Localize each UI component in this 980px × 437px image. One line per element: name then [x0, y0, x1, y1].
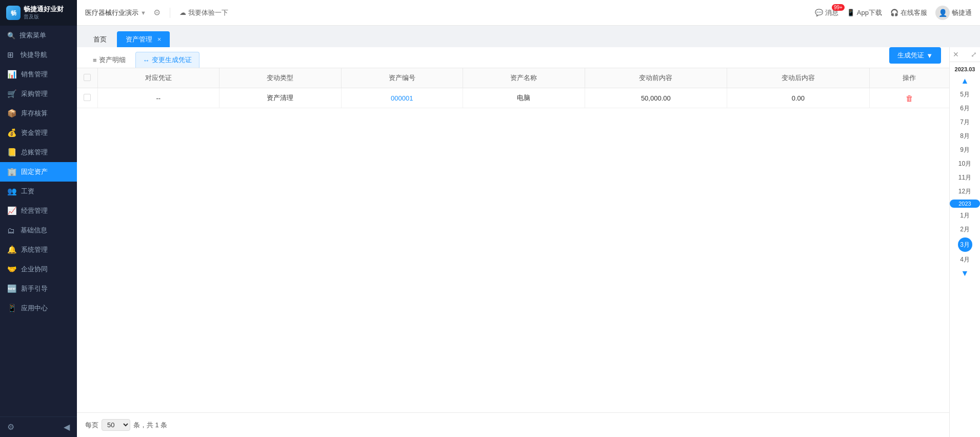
col-voucher: 对应凭证 — [97, 68, 219, 88]
topbar-divider — [170, 8, 170, 18]
app-download-button[interactable]: 📱 App下载 — [847, 8, 882, 17]
sidebar-item-payroll[interactable]: 👥 工资 — [0, 182, 77, 201]
right-panel-header: ✕ ⤢ — [950, 47, 980, 62]
month-item-3-active[interactable]: 3月 — [958, 237, 972, 252]
sidebar-item-purchase[interactable]: 🛒 采购管理 — [0, 84, 77, 104]
user-avatar: 👤 — [935, 6, 950, 20]
month-item-1[interactable]: 1月 — [950, 209, 980, 223]
guide-icon: 🆕 — [7, 284, 17, 293]
logo-icon: 畅 — [6, 6, 21, 20]
topbar: 医疗器械行业演示 ▼ ⚙ ☁ 我要体验一下 💬 消息 99+ 📱 App下载 🎧… — [77, 0, 980, 26]
col-asset-code: 资产编号 — [341, 68, 463, 88]
gen-btn-arrow-icon: ▼ — [926, 52, 933, 59]
month-item-7[interactable]: 7月 — [950, 115, 980, 129]
app-download-label: App下载 — [857, 8, 882, 17]
sidebar-item-system[interactable]: 🔔 系统管理 — [0, 240, 77, 260]
sales-icon: 📊 — [7, 70, 17, 79]
month-item-12[interactable]: 12月 — [950, 185, 980, 198]
per-page-label: 每页 — [85, 421, 98, 430]
tab-home[interactable]: 首页 — [85, 32, 115, 47]
sidebar-label-finance: 资金管理 — [21, 128, 48, 137]
table-header-checkbox[interactable] — [77, 68, 97, 88]
inner-page: ≡ 资产明细 ↔ 变更生成凭证 生成凭证 ▼ — [77, 47, 980, 437]
table-row: -- 资产清理 000001 电脑 50,000.00 0.00 🗑 — [77, 88, 949, 108]
main-area: 医疗器械行业演示 ▼ ⚙ ☁ 我要体验一下 💬 消息 99+ 📱 App下载 🎧… — [77, 0, 980, 437]
user-label: 畅捷通 — [952, 8, 972, 17]
sidebar-item-operations[interactable]: 📈 经营管理 — [0, 201, 77, 221]
cell-change-type: 资产清理 — [219, 88, 342, 108]
sidebar-item-sales[interactable]: 📊 销售管理 — [0, 65, 77, 84]
month-item-4[interactable]: 4月 — [950, 253, 980, 267]
cell-voucher: -- — [97, 88, 219, 108]
sidebar-label-payroll: 工资 — [21, 187, 34, 196]
sidebar-item-guide[interactable]: 🆕 新手引导 — [0, 279, 77, 299]
messages-badge: 99+ — [832, 4, 845, 11]
search-menu-label: 搜索菜单 — [19, 31, 46, 40]
col-change-type: 变动类型 — [219, 68, 342, 88]
row-checkbox-cell[interactable] — [77, 88, 97, 108]
inventory-icon: 📦 — [7, 109, 17, 118]
panel-up-icon[interactable]: ▲ — [950, 74, 980, 88]
logo-sub: 普及版 — [24, 13, 64, 21]
month-item-10[interactable]: 10月 — [950, 157, 980, 171]
app-center-icon: 📱 — [7, 304, 17, 313]
sidebar-label-inventory: 库存核算 — [21, 109, 48, 118]
col-asset-name: 资产名称 — [463, 68, 585, 88]
month-item-9[interactable]: 9月 — [950, 143, 980, 157]
panel-close-icon[interactable]: ✕ — [953, 50, 959, 58]
online-service-button[interactable]: 🎧 在线客服 — [890, 8, 927, 17]
asset-table: 对应凭证 变动类型 资产编号 资产名称 变动前内容 变动后内容 操作 — [77, 68, 949, 108]
month-item-6[interactable]: 6月 — [950, 102, 980, 115]
pagination: 每页 10 20 50 100 条，共 1 条 — [77, 412, 949, 437]
topbar-right: 💬 消息 99+ 📱 App下载 🎧 在线客服 👤 畅捷通 — [815, 6, 972, 20]
sidebar-label-enterprise: 企业协同 — [21, 265, 48, 274]
month-item-11[interactable]: 11月 — [950, 171, 980, 185]
user-menu[interactable]: 👤 畅捷通 — [935, 6, 972, 20]
sidebar-item-inventory[interactable]: 📦 库存核算 — [0, 104, 77, 123]
sub-tab-asset-detail[interactable]: ≡ 资产明细 — [85, 52, 133, 68]
company-selector[interactable]: 医疗器械行业演示 ▼ — [85, 8, 146, 17]
row-checkbox[interactable] — [84, 94, 91, 101]
per-page-select[interactable]: 10 20 50 100 — [102, 419, 130, 431]
sidebar-search[interactable]: 🔍 搜索菜单 — [0, 26, 77, 45]
system-icon: 🔔 — [7, 245, 17, 254]
cell-op[interactable]: 🗑 — [869, 88, 949, 108]
page-tabs: 首页 资产管理 × — [77, 26, 980, 47]
panel-down-icon[interactable]: ▼ — [950, 267, 980, 280]
sidebar-item-quick-nav[interactable]: ⊞ 快捷导航 — [0, 45, 77, 65]
sidebar-item-fixed-assets[interactable]: 🏢 固定资产 — [0, 162, 77, 182]
month-item-5[interactable]: 5月 — [950, 88, 980, 102]
generate-voucher-button[interactable]: 生成凭证 ▼ — [889, 47, 941, 64]
cell-before: 50,000.00 — [585, 88, 727, 108]
sidebar-item-finance[interactable]: 💰 资金管理 — [0, 123, 77, 143]
sidebar-item-ledger[interactable]: 📒 总账管理 — [0, 143, 77, 162]
collapse-icon[interactable]: ◀ — [64, 422, 70, 432]
messages-icon: 💬 — [815, 9, 823, 16]
tab-close-icon[interactable]: × — [157, 35, 162, 43]
sidebar-item-enterprise[interactable]: 🤝 企业协同 — [0, 260, 77, 279]
sidebar-bottom: ⚙ ◀ — [0, 416, 77, 437]
delete-row-icon[interactable]: 🗑 — [906, 94, 913, 103]
change-voucher-icon: ↔ — [143, 56, 150, 64]
month-item-2[interactable]: 2月 — [950, 223, 980, 236]
sidebar-item-app-center[interactable]: 📱 应用中心 — [0, 299, 77, 318]
sidebar-label-basic-info: 基础信息 — [21, 226, 47, 235]
current-period-label: 2023.03 — [950, 64, 980, 74]
select-all-checkbox[interactable] — [84, 74, 91, 81]
sidebar-label-ledger: 总账管理 — [21, 148, 48, 157]
year-2023-badge: 2023 — [950, 200, 980, 208]
try-button[interactable]: ☁ 我要体验一下 — [179, 8, 228, 17]
purchase-icon: 🛒 — [7, 89, 17, 98]
sidebar-item-basic-info[interactable]: 🗂 基础信息 — [0, 221, 77, 240]
cell-asset-code: 000001 — [341, 88, 463, 108]
sub-tab-change-voucher[interactable]: ↔ 变更生成凭证 — [135, 52, 199, 68]
tab-asset-management[interactable]: 资产管理 × — [117, 31, 170, 47]
panel-expand-icon[interactable]: ⤢ — [971, 50, 977, 58]
topbar-settings-icon[interactable]: ⚙ — [153, 8, 161, 17]
search-icon: 🔍 — [7, 32, 15, 39]
inner-content: ≡ 资产明细 ↔ 变更生成凭证 生成凭证 ▼ — [77, 47, 949, 437]
messages-button[interactable]: 💬 消息 99+ — [815, 8, 838, 17]
sidebar-label-fixed-assets: 固定资产 — [21, 167, 48, 176]
month-item-8[interactable]: 8月 — [950, 129, 980, 143]
settings-bottom-icon[interactable]: ⚙ — [7, 422, 14, 432]
